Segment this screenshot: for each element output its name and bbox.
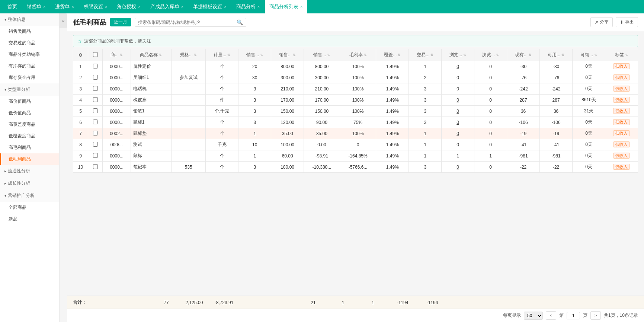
cell-name[interactable]: 笔记本 [131, 162, 171, 173]
cell-name[interactable]: 鼠标1 [131, 117, 171, 128]
sidebar-group-marketing[interactable]: ▾ 营销推广分析 [0, 189, 59, 202]
cell-browse1[interactable]: 0 [442, 162, 474, 173]
sidebar-item-high-margin[interactable]: 高毛利商品 [0, 142, 59, 153]
close-icon[interactable]: × [105, 4, 107, 9]
cell-browse1[interactable]: 0 [442, 72, 474, 83]
sidebar-item-low-margin[interactable]: 低毛利商品 [0, 153, 59, 165]
close-icon[interactable]: × [300, 4, 302, 9]
nav-item-purchase[interactable]: 进货单 × [51, 0, 78, 13]
cell-browse1[interactable]: 0 [442, 106, 474, 117]
sidebar-group-circulation[interactable]: ▸ 流通性分析 [0, 165, 59, 177]
close-icon[interactable]: × [181, 4, 183, 9]
cell-name[interactable]: 属性定价 [131, 61, 171, 72]
sidebar-group-overall[interactable]: ▾ 整体信息 [0, 13, 59, 26]
sidebar-item-sales-goods[interactable]: 销售类商品 [0, 26, 59, 37]
cell-checkbox[interactable] [88, 72, 102, 83]
col-sales-qty[interactable]: 销售...⇅ [238, 49, 271, 61]
search-input[interactable] [138, 20, 237, 25]
col-sales-amount[interactable]: 销售...⇅ [304, 49, 340, 61]
col-settings[interactable]: ⚙ [73, 49, 88, 61]
nav-item-template[interactable]: 单据模板设置 × [189, 0, 231, 13]
sidebar-item-traded-goods[interactable]: 交易过的商品 [0, 37, 59, 49]
cell-browse1[interactable]: 0 [442, 61, 474, 72]
page-input[interactable] [567, 312, 580, 319]
sidebar-group-growth[interactable]: ▸ 成长性分析 [0, 177, 59, 189]
sidebar-item-new-goods[interactable]: 新品 [0, 213, 59, 225]
row-checkbox[interactable] [93, 86, 98, 91]
cell-name[interactable]: 测试 [131, 139, 171, 150]
cell-name[interactable]: 吴细细1 [131, 72, 171, 83]
col-browse1[interactable]: 浏览...⇅ [442, 49, 474, 61]
col-sales-price[interactable]: 销售...⇅ [271, 49, 304, 61]
col-gross-rate[interactable]: 毛利率⇅ [340, 49, 376, 61]
col-name[interactable]: 商品名称⇅ [131, 49, 171, 61]
cell-browse1[interactable]: 1 [442, 150, 474, 162]
row-checkbox[interactable] [93, 75, 98, 80]
nav-item-product-in[interactable]: 产成品入库单 × [146, 0, 188, 13]
col-available[interactable]: 可用...⇅ [540, 49, 573, 61]
nav-item-analysis-list[interactable]: 商品分析列表 × [265, 0, 307, 13]
col-browse2[interactable]: 浏览...⇅ [474, 49, 507, 61]
cell-name[interactable]: 电话机 [131, 83, 171, 95]
col-spec[interactable]: 规格...⇅ [171, 49, 205, 61]
sidebar-item-low-value[interactable]: 低价值商品 [0, 107, 59, 119]
cell-checkbox[interactable] [88, 95, 102, 106]
col-coverage[interactable]: 覆盖...⇅ [376, 49, 409, 61]
cell-checkbox[interactable] [88, 83, 102, 95]
row-checkbox[interactable] [93, 131, 98, 136]
cell-name[interactable]: 铅笔1 [131, 106, 171, 117]
sidebar-group-type[interactable]: ▾ 类型量分析 [0, 83, 59, 96]
sidebar-item-inventory-capital[interactable]: 库存资金占用 [0, 72, 59, 83]
row-checkbox[interactable] [93, 164, 98, 169]
row-checkbox[interactable] [93, 153, 98, 158]
cell-checkbox[interactable] [88, 139, 102, 150]
sidebar-item-category-rate[interactable]: 商品分类助销率 [0, 49, 59, 60]
cell-name[interactable]: 橡皮擦 [131, 95, 171, 106]
sidebar-item-high-coverage[interactable]: 高覆盖度商品 [0, 119, 59, 130]
nav-item-sales[interactable]: 销货单 × [22, 0, 50, 13]
filter-button[interactable]: 近一月 [110, 18, 131, 26]
close-icon[interactable]: × [71, 4, 74, 9]
row-checkbox[interactable] [93, 97, 98, 102]
sidebar-item-all-goods[interactable]: 全部商品 [0, 202, 59, 213]
close-icon[interactable]: × [138, 4, 140, 9]
row-checkbox[interactable] [93, 64, 98, 68]
cell-checkbox[interactable] [88, 106, 102, 117]
close-icon[interactable]: × [224, 4, 226, 9]
cell-checkbox[interactable] [88, 150, 102, 162]
prev-page-button[interactable]: ＜ [546, 311, 556, 320]
col-tag[interactable]: 标签⇅ [605, 49, 638, 61]
cell-name[interactable]: 鼠标 [131, 150, 171, 162]
cell-browse1[interactable]: 0 [442, 95, 474, 106]
col-trade[interactable]: 交易...⇅ [409, 49, 442, 61]
cell-browse1[interactable]: 0 [442, 139, 474, 150]
close-icon[interactable]: × [43, 4, 45, 9]
sidebar-item-stocked-goods[interactable]: 有库存的商品 [0, 60, 59, 72]
close-icon[interactable]: × [257, 4, 260, 9]
sidebar-item-low-coverage[interactable]: 低覆盖度商品 [0, 130, 59, 142]
row-checkbox[interactable] [93, 142, 98, 147]
export-button[interactable]: ⬇ 导出 [616, 17, 638, 27]
cell-browse1[interactable]: 0 [442, 117, 474, 128]
cell-checkbox[interactable] [88, 162, 102, 173]
share-button[interactable]: ↗ 分享 [590, 17, 613, 27]
row-checkbox[interactable] [93, 108, 98, 113]
col-code[interactable]: 商...⇅ [103, 49, 131, 61]
per-page-select[interactable]: 50 100 200 [524, 312, 543, 320]
select-all-checkbox[interactable] [93, 52, 98, 57]
nav-item-analysis[interactable]: 商品分析 × [232, 0, 264, 13]
sidebar-item-high-value[interactable]: 高价值商品 [0, 96, 59, 107]
col-current-stock[interactable]: 现有...⇅ [507, 49, 540, 61]
row-checkbox[interactable] [93, 119, 98, 124]
cell-checkbox[interactable] [88, 61, 102, 72]
cell-name[interactable]: 鼠标垫 [131, 128, 171, 139]
col-checkbox[interactable] [88, 49, 102, 61]
cell-browse1[interactable]: 0 [442, 83, 474, 95]
nav-item-role[interactable]: 角色授权 × [112, 0, 145, 13]
sidebar-collapse-button[interactable]: « [60, 13, 67, 28]
search-icon[interactable]: 🔍 [237, 19, 243, 25]
table-container[interactable]: ⚙ 商...⇅ 商品名称⇅ 规格...⇅ 计量...⇅ 销售...⇅ 销售...… [67, 49, 644, 296]
nav-item-permission[interactable]: 权限设置 × [79, 0, 112, 13]
cell-browse1[interactable]: 0 [442, 128, 474, 139]
cell-checkbox[interactable] [88, 128, 102, 139]
